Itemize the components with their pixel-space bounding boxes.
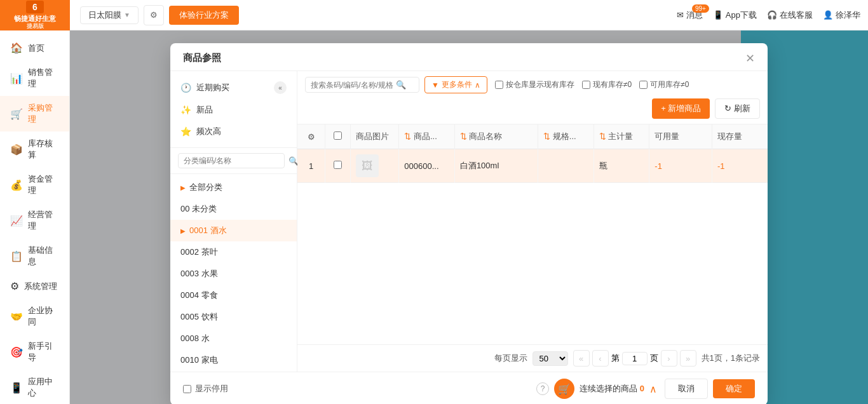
category-item-0004[interactable]: 0004 零食 bbox=[170, 285, 297, 306]
frequent-label: 频次高 bbox=[196, 126, 221, 137]
sidebar-item-finance[interactable]: 💰 资金管理 bbox=[0, 167, 69, 203]
logo: 6 畅捷通好生意 捷易版 bbox=[0, 0, 70, 30]
show-disabled-checkbox[interactable]: 显示停用 bbox=[183, 383, 228, 394]
sidebar-item-guide[interactable]: 🎯 新手引导 bbox=[0, 334, 69, 370]
search-input[interactable] bbox=[311, 81, 393, 90]
add-product-button[interactable]: + 新增商品 bbox=[652, 98, 710, 119]
sales-icon: 📊 bbox=[10, 72, 23, 84]
sidebar-item-operations[interactable]: 📈 经营管理 bbox=[0, 203, 69, 238]
page-nav: « ‹ 第 页 › » bbox=[573, 350, 696, 367]
selected-count: 0 bbox=[640, 384, 644, 393]
checkbox-warehouse-label: 按仓库显示现有库存 bbox=[506, 79, 574, 90]
filter-btn[interactable]: ▼ 更多条件 ∧ bbox=[424, 76, 487, 93]
sidebar-item-sales[interactable]: 📊 销售管理 bbox=[0, 60, 69, 96]
checkbox-warehouse-input[interactable] bbox=[495, 81, 503, 89]
th-name[interactable]: ⇅ 商品名称 bbox=[454, 125, 538, 149]
checkbox-available-label: 现有库存≠0 bbox=[593, 79, 632, 90]
sidebar-item-basic-info[interactable]: 📋 基础信息 bbox=[0, 238, 69, 274]
filter-label: 更多条件 bbox=[442, 79, 472, 90]
sidebar-item-inventory[interactable]: 📦 库存核算 bbox=[0, 131, 69, 167]
confirm-button[interactable]: 确定 bbox=[713, 379, 755, 398]
page-total: 共1页，1条记录 bbox=[702, 353, 760, 364]
page-input[interactable] bbox=[622, 352, 648, 365]
message-icon: ✉ bbox=[677, 10, 684, 20]
search-box: 🔍 bbox=[305, 77, 419, 93]
category-search-input[interactable] bbox=[178, 153, 285, 168]
system-icon: ⚙ bbox=[10, 280, 19, 292]
checkbox-usable-input[interactable] bbox=[639, 81, 648, 89]
cancel-button[interactable]: 取消 bbox=[665, 379, 708, 399]
sidebar-item-collab-label: 企业协同 bbox=[28, 305, 59, 328]
category-item-0008[interactable]: 0008 水 bbox=[170, 328, 297, 349]
checkbox-usable[interactable]: 可用库存≠0 bbox=[639, 79, 689, 90]
basic-info-icon: 📋 bbox=[10, 250, 23, 262]
table-header-row: ⚙ 商品图片 ⇅ 商品... ⇅ bbox=[297, 125, 768, 149]
frequent-icon: ⭐ bbox=[180, 126, 191, 137]
row-name: 白酒100ml bbox=[454, 149, 538, 183]
phone-icon: 📱 bbox=[713, 10, 723, 20]
main-content: 商品参照 ✕ 🕐 近期购买 « ✨ bbox=[70, 30, 868, 404]
trial-btn[interactable]: 体验行业方案 bbox=[169, 6, 239, 25]
cart-icon: 🛒 bbox=[554, 379, 574, 399]
next-page-btn[interactable]: › bbox=[661, 350, 677, 367]
category-item-0001[interactable]: ▶ 0001 酒水 bbox=[170, 220, 297, 241]
expand-0001-icon: ▶ bbox=[180, 227, 186, 234]
messages-nav-item[interactable]: ✉ 消息 99+ bbox=[677, 10, 703, 21]
avatar: 👤 bbox=[823, 10, 833, 20]
settings-icon[interactable]: ⚙ bbox=[144, 5, 164, 25]
app-download-nav-item[interactable]: 📱 App下载 bbox=[713, 10, 757, 21]
filter-icon: ▼ bbox=[431, 81, 439, 90]
th-spec[interactable]: ⇅ 规格... bbox=[538, 125, 594, 149]
sidebar-item-purchase[interactable]: 🛒 采购管理 bbox=[0, 96, 69, 131]
username-label: 徐泽华 bbox=[836, 10, 860, 21]
category-item-0005[interactable]: 0005 饮料 bbox=[170, 306, 297, 328]
recent-label: 近期购买 bbox=[196, 82, 229, 93]
page-unit: 页 bbox=[650, 353, 658, 364]
online-service-nav-item[interactable]: 🎧 在线客服 bbox=[767, 10, 813, 21]
refresh-button[interactable]: ↻ 刷新 bbox=[715, 98, 760, 119]
category-item-0002[interactable]: 0002 茶叶 bbox=[170, 241, 297, 263]
dialog-close-button[interactable]: ✕ bbox=[745, 53, 755, 64]
select-all-checkbox[interactable] bbox=[334, 131, 342, 140]
first-page-btn[interactable]: « bbox=[573, 350, 590, 367]
category-item-0010[interactable]: 0010 家电 bbox=[170, 349, 297, 371]
last-page-btn[interactable]: » bbox=[680, 350, 696, 367]
dialog-overlay: 商品参照 ✕ 🕐 近期购买 « ✨ bbox=[70, 30, 868, 404]
th-name-sort-icon: ⇅ bbox=[460, 131, 467, 141]
dialog-body: 🕐 近期购买 « ✨ 新品 ⭐ 频次高 bbox=[170, 71, 768, 372]
row-code: 000600... bbox=[399, 149, 455, 183]
apps-icon: 📱 bbox=[10, 382, 23, 394]
collapse-up-icon[interactable]: ∧ bbox=[649, 383, 657, 395]
sidebar-item-apps[interactable]: 📱 应用中心 bbox=[0, 370, 69, 404]
inventory-icon: 📦 bbox=[10, 144, 23, 156]
left-nav-recent[interactable]: 🕐 近期购买 « bbox=[170, 76, 297, 99]
left-nav-frequent[interactable]: ⭐ 频次高 bbox=[170, 121, 297, 142]
checkbox-available[interactable]: 现有库存≠0 bbox=[582, 79, 632, 90]
collapse-btn[interactable]: « bbox=[274, 81, 287, 94]
nav-dropdown[interactable]: 日太阳膜 ▼ bbox=[80, 6, 139, 24]
category-item-all[interactable]: ▶ 全部分类 bbox=[170, 177, 297, 198]
category-item-0003[interactable]: 0003 水果 bbox=[170, 263, 297, 285]
prev-page-btn[interactable]: ‹ bbox=[592, 350, 609, 367]
footer-center: ? 🛒 连续选择的商品 0 ∧ bbox=[536, 379, 657, 399]
home-icon: 🏠 bbox=[10, 42, 23, 54]
th-unit[interactable]: ⇅ 主计量 bbox=[593, 125, 649, 149]
th-code[interactable]: ⇅ 商品... bbox=[399, 125, 455, 149]
checkbox-available-input[interactable] bbox=[582, 81, 590, 89]
show-disabled-input[interactable] bbox=[183, 385, 191, 393]
nav-center: 日太阳膜 ▼ ⚙ 体验行业方案 bbox=[70, 5, 677, 25]
sidebar-item-apps-label: 应用中心 bbox=[28, 376, 59, 399]
user-nav-item[interactable]: 👤 徐泽华 bbox=[823, 10, 860, 21]
table-row[interactable]: 1 🖼 000600... 白酒100ml bbox=[297, 149, 768, 183]
help-icon[interactable]: ? bbox=[536, 382, 549, 395]
online-service-label: 在线客服 bbox=[780, 10, 813, 21]
left-nav-new[interactable]: ✨ 新品 bbox=[170, 99, 297, 121]
sidebar-item-home[interactable]: 🏠 首页 bbox=[0, 36, 69, 60]
page-size-select[interactable]: 20 50 100 bbox=[532, 351, 568, 366]
sidebar-item-collab[interactable]: 🤝 企业协同 bbox=[0, 299, 69, 334]
recent-icon: 🕐 bbox=[180, 83, 191, 93]
checkbox-warehouse[interactable]: 按仓库显示现有库存 bbox=[495, 79, 574, 90]
sidebar-item-system[interactable]: ⚙ 系统管理 bbox=[0, 274, 69, 299]
row-checkbox[interactable] bbox=[334, 161, 342, 169]
category-item-00[interactable]: 00 未分类 bbox=[170, 198, 297, 220]
